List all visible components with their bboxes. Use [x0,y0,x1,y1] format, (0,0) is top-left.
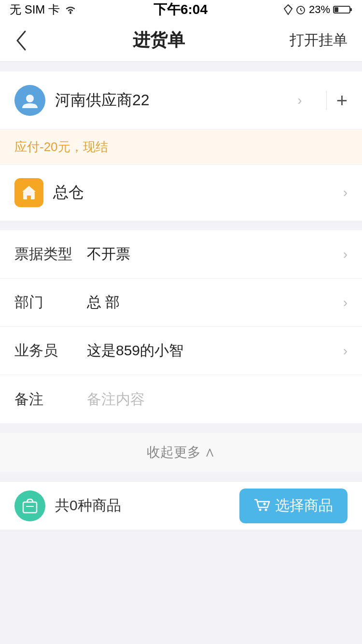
form-label-department: 部门 [14,293,82,312]
vertical-divider [326,91,327,110]
cart-icon [254,499,270,513]
page-title: 进货单 [133,28,185,52]
warehouse-row[interactable]: 总仓 › [0,164,362,221]
status-right: 23% [284,3,352,16]
svg-marker-9 [22,186,36,192]
location-icon [284,4,292,15]
back-button[interactable] [14,29,28,52]
section-divider-1 [0,62,362,71]
department-chevron-icon: › [343,295,348,310]
form-value-invoice-type: 不开票 [82,244,343,264]
svg-rect-6 [350,8,352,11]
bottom-bar: 共0种商品 选择商品 [0,481,362,530]
supplier-name: 河南供应商22 [55,90,297,111]
form-section: 票据类型 不开票 › 部门 总 部 › 业务员 这是859的小智 › 备注 备注… [0,230,362,423]
status-time: 下午6:04 [153,0,208,19]
battery-icon [333,5,352,14]
select-product-label: 选择商品 [275,496,333,516]
supplier-row[interactable]: 河南供应商22 › + [0,71,362,130]
form-row-remark[interactable]: 备注 备注内容 [0,375,362,423]
nav-bar: 进货单 打开挂单 [0,19,362,62]
form-row-department[interactable]: 部门 总 部 › [0,279,362,327]
supplier-section: 河南供应商22 › + 应付-20元，现结 总仓 › [0,71,362,221]
form-row-invoice-type[interactable]: 票据类型 不开票 › [0,230,362,279]
form-label-invoice-type: 票据类型 [14,244,82,264]
supplier-chevron-icon: › [297,93,302,108]
supplier-avatar [14,85,45,116]
notice-bar: 应付-20元，现结 [0,130,362,164]
form-label-remark: 备注 [14,390,82,409]
svg-rect-5 [334,7,338,12]
svg-point-7 [26,95,34,102]
collapse-row[interactable]: 收起更多 ∧ [0,433,362,472]
svg-line-3 [301,10,302,11]
form-value-salesperson: 这是859的小智 [82,341,343,361]
status-left: 无 SIM 卡 [10,2,77,17]
collapse-label: 收起更多 ∧ [147,443,216,462]
page-background [0,530,362,644]
form-value-remark[interactable]: 备注内容 [82,390,348,409]
open-pending-button[interactable]: 打开挂单 [290,30,348,50]
add-supplier-button[interactable]: + [336,91,348,110]
svg-point-14 [265,508,267,511]
select-product-button[interactable]: 选择商品 [239,489,348,523]
svg-point-0 [70,12,71,14]
invoice-type-chevron-icon: › [343,247,348,262]
signal-text: 无 SIM 卡 [10,2,60,17]
alarm-icon [295,4,306,15]
form-label-salesperson: 业务员 [14,341,82,361]
salesperson-chevron-icon: › [343,343,348,359]
product-count-label: 共0种商品 [55,496,239,516]
form-value-department: 总 部 [82,293,343,312]
wifi-icon [64,5,77,14]
svg-rect-11 [23,502,37,513]
svg-rect-10 [27,196,31,199]
status-bar: 无 SIM 卡 下午6:04 23% [0,0,362,19]
product-icon [14,490,45,521]
form-row-salesperson[interactable]: 业务员 这是859的小智 › [0,327,362,375]
warehouse-chevron-icon: › [343,185,348,200]
warehouse-name: 总仓 [53,182,343,203]
battery-text: 23% [309,3,330,16]
warehouse-icon [14,178,43,207]
svg-point-13 [259,508,262,511]
